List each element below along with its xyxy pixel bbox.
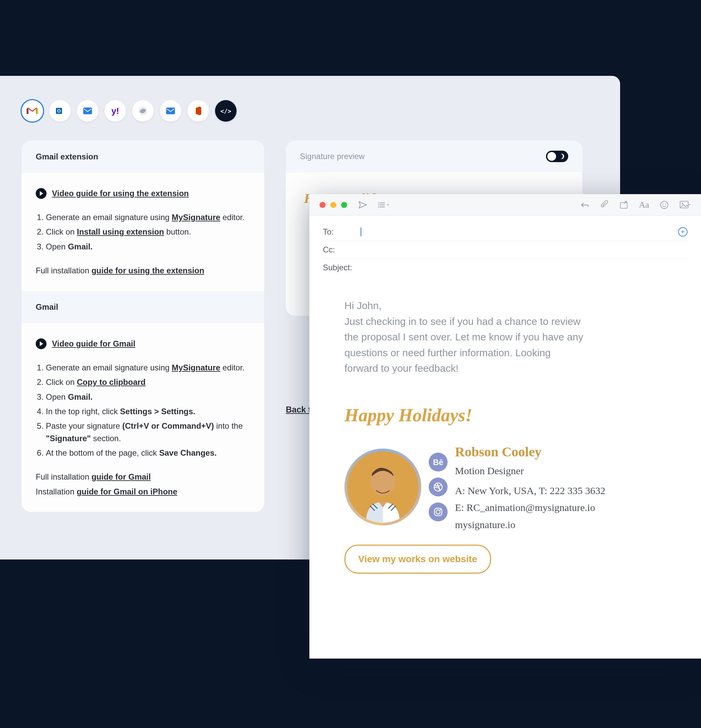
font-icon[interactable]: Aa: [639, 200, 649, 210]
inline-link[interactable]: Copy to clipboard: [77, 377, 146, 387]
step-item: At the bottom of the page, click Save Ch…: [46, 446, 250, 459]
view-works-button[interactable]: View my works on website: [344, 545, 491, 573]
export-icon[interactable]: [619, 201, 628, 209]
image-icon[interactable]: [679, 201, 691, 209]
signature-name: Robson Cooley: [455, 442, 605, 462]
signature-role: Motion Designer: [455, 463, 605, 479]
reply-icon[interactable]: [580, 201, 590, 209]
provider-html[interactable]: </>: [215, 100, 237, 122]
email-body[interactable]: Hi John, Just checking in to see if you …: [309, 276, 701, 595]
provider-thunderbird[interactable]: [132, 100, 154, 122]
signature-text: Robson Cooley Motion Designer A: New Yor…: [455, 442, 605, 533]
dark-mode-toggle[interactable]: [546, 151, 568, 162]
behance-icon[interactable]: Bē: [429, 453, 448, 471]
svg-rect-3: [83, 107, 92, 114]
signature-address: A: New York, USA, T: 222 335 3632: [455, 483, 605, 499]
svg-rect-9: [620, 202, 627, 208]
send-icon[interactable]: [358, 200, 367, 209]
gmail-title: Gmail: [22, 291, 264, 323]
instagram-icon[interactable]: [429, 503, 448, 521]
attachment-icon[interactable]: [601, 200, 608, 209]
play-icon[interactable]: [36, 338, 46, 349]
provider-office[interactable]: [187, 100, 209, 122]
step-item: Click on Install using extension button.: [46, 225, 250, 238]
step-item: Generate an email signature using MySign…: [46, 361, 250, 374]
mysignature-link[interactable]: MySignature: [172, 213, 220, 222]
svg-point-12: [665, 203, 666, 204]
avatar: [347, 451, 419, 523]
outlook-icon: [55, 106, 65, 116]
extension-steps: Generate an email signature using MySign…: [36, 211, 250, 253]
list-icon[interactable]: [378, 201, 389, 209]
provider-yahoo[interactable]: y!: [104, 100, 126, 122]
moon-icon: [559, 154, 564, 159]
svg-point-11: [663, 203, 663, 204]
signature-heading: Happy Holidays!: [344, 402, 666, 430]
yahoo-icon: y!: [111, 106, 119, 116]
mail-icon: [82, 107, 93, 115]
step-item: Paste your signature (Ctrl+V or Command+…: [46, 420, 250, 445]
play-icon[interactable]: [36, 188, 46, 199]
step-item: Open Gmail.: [46, 240, 250, 253]
close-window-icon[interactable]: [319, 202, 325, 208]
svg-point-10: [661, 201, 668, 209]
body-text: Just checking in to see if you had a cha…: [344, 314, 587, 377]
svg-point-6: [378, 202, 379, 203]
video-guide-gmail-link[interactable]: Video guide for Gmail: [52, 337, 136, 350]
step-item: Open Gmail.: [46, 391, 250, 403]
gmail-footer2: Installation guide for Gmail on iPhone: [36, 485, 250, 498]
svg-point-8: [378, 206, 379, 207]
mail2-icon: [165, 107, 176, 115]
gmail-icon: [27, 107, 38, 115]
gmail-steps: Generate an email signature using MySign…: [36, 361, 250, 459]
svg-point-18: [436, 510, 440, 514]
maximize-window-icon[interactable]: [341, 202, 347, 208]
svg-rect-5: [166, 107, 175, 114]
emoji-icon[interactable]: [660, 201, 669, 209]
svg-point-14: [682, 203, 683, 204]
gmail-extension-card: Gmail extension Video guide for using th…: [22, 140, 264, 512]
greeting: Hi John,: [344, 298, 666, 314]
add-recipient-icon[interactable]: +: [678, 227, 688, 237]
email-fields: To: + Cc: Subject:: [309, 216, 701, 276]
svg-point-19: [440, 509, 441, 510]
email-compose-window: Aa To: + Cc: Subject: Hi John, Just chec…: [309, 194, 701, 659]
subject-field[interactable]: Subject:: [323, 259, 688, 276]
signature-site: mysignature.io: [455, 517, 605, 533]
install-extension-link[interactable]: Install using extension: [77, 227, 164, 236]
minimize-window-icon[interactable]: [330, 202, 336, 208]
guide-gmail-link[interactable]: guide for Gmail: [91, 472, 151, 481]
guide-extension-link[interactable]: guide for using the extension: [91, 266, 204, 275]
provider-outlook[interactable]: [49, 100, 71, 122]
social-links: Bē: [429, 453, 448, 521]
text-cursor: [361, 227, 361, 236]
preview-title: Signature preview: [300, 152, 365, 161]
toggle-knob: [547, 152, 556, 161]
video-guide-extension-link[interactable]: Video guide for using the extension: [52, 187, 189, 199]
step-item: In the top right, click Settings > Setti…: [46, 405, 250, 417]
inline-link[interactable]: MySignature: [172, 363, 220, 372]
to-field[interactable]: To: +: [323, 223, 688, 241]
signature-block: Happy Holidays!: [344, 402, 666, 573]
guide-gmail-iphone-link[interactable]: guide for Gmail on iPhone: [77, 487, 177, 496]
thunderbird-icon: [138, 106, 148, 116]
office-icon: [194, 106, 202, 116]
dribbble-icon[interactable]: [429, 478, 448, 497]
cc-field[interactable]: Cc:: [323, 241, 688, 259]
code-icon: </>: [220, 107, 231, 115]
extension-footer: Full installation guide for using the ex…: [36, 264, 250, 277]
gmail-extension-title: Gmail extension: [22, 140, 264, 173]
provider-gmail[interactable]: [22, 100, 43, 122]
provider-windows-mail[interactable]: [160, 100, 181, 122]
svg-point-7: [378, 204, 379, 205]
signature-email: E: RC_animation@mysignature.io: [455, 500, 605, 516]
provider-selector: y! </>: [22, 100, 598, 122]
provider-mail-blue[interactable]: [77, 100, 98, 122]
window-traffic-lights: [319, 202, 347, 208]
avatar-ring: [344, 449, 421, 526]
gmail-footer1: Full installation guide for Gmail: [36, 471, 250, 483]
email-toolbar: Aa: [309, 194, 701, 216]
svg-point-2: [58, 110, 60, 112]
step-item: Generate an email signature using MySign…: [46, 211, 250, 224]
step-item: Click on Copy to clipboard: [46, 376, 250, 388]
